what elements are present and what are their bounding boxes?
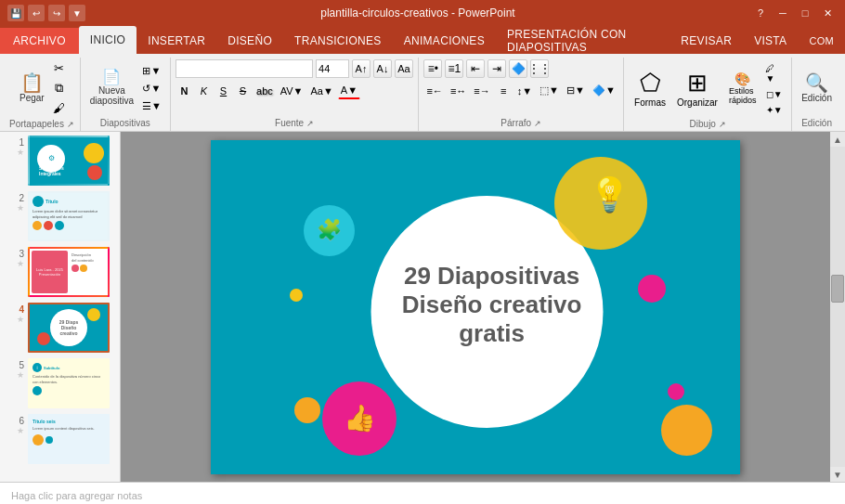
- align-text-button[interactable]: ⊟▼: [564, 82, 588, 99]
- parrafo-items: ≡• ≡1 ⇤ ⇥ 🔷 ⋮⋮ ≡← ≡↔ ≡→ ≡ ↕▼ ⬚▼ ⊟▼ 🔷▼: [423, 59, 618, 116]
- cut-button[interactable]: ✂: [50, 59, 68, 77]
- edicion-button[interactable]: 🔍 Edición: [798, 71, 836, 106]
- font-row-1: A↑ A↓ Aa: [176, 59, 413, 78]
- justify-button[interactable]: ≡: [495, 82, 513, 99]
- slide-thumb-5[interactable]: 5 ★ i Subtítulo Contenido de la diaposit…: [6, 358, 114, 408]
- shape-fill-button[interactable]: 🖊▼: [762, 61, 786, 85]
- char-spacing-button[interactable]: AV▼: [278, 82, 306, 99]
- convert-to-smartart-button[interactable]: 🔷▼: [590, 82, 618, 99]
- slide-thumbnail-4[interactable]: 29 DiapsDiseñocreativo: [28, 303, 110, 353]
- align-left-button[interactable]: ≡←: [423, 82, 445, 99]
- star-icon-4: ★: [17, 315, 24, 324]
- slide-thumb-3[interactable]: 3 ★ Luis Lara - 2025Presentación Descrip…: [6, 247, 114, 297]
- slide-thumb-6[interactable]: 6 ★ Título seis Lorem ipsum content diap…: [6, 414, 114, 464]
- minimize-button[interactable]: ─: [773, 5, 793, 21]
- indent-increase-button[interactable]: ⇥: [488, 59, 506, 78]
- redo-icon[interactable]: ↪: [48, 5, 65, 21]
- underline-button[interactable]: S: [214, 82, 232, 99]
- slide-thumbnail-1[interactable]: ⚙ SolucionesIntegrales: [28, 136, 110, 186]
- scroll-thumb[interactable]: [831, 275, 844, 303]
- slide-thumb-1[interactable]: 1 ★ ⚙ SolucionesIntegrales: [6, 136, 114, 186]
- tab-diseno[interactable]: DISEÑO: [216, 28, 283, 54]
- section-button[interactable]: ☰▼: [139, 98, 164, 114]
- lightbulb-icon: 💡: [589, 175, 630, 214]
- slide-thumbnail-3[interactable]: Luis Lara - 2025Presentación Descripción…: [28, 247, 110, 297]
- numbered-list-button[interactable]: ≡1: [445, 59, 463, 78]
- tab-archivo[interactable]: ARCHIVO: [0, 28, 79, 54]
- slide-canvas[interactable]: 💡 🧩 👍 29 Diapositivas Diseño cr: [211, 140, 740, 474]
- indent-decrease-button[interactable]: ⇤: [466, 59, 485, 78]
- font-name-input[interactable]: [176, 59, 313, 78]
- title-bar: 💾 ↩ ↪ ▼ plantilla-circulos-creativos - P…: [0, 0, 845, 26]
- reset-button[interactable]: ↺▼: [139, 81, 164, 97]
- customize-icon[interactable]: ▼: [69, 5, 85, 21]
- organizar-label: Organizar: [677, 97, 718, 108]
- shape-outline-button[interactable]: ◻▼: [762, 87, 786, 101]
- formas-button[interactable]: ⬠ Formas: [630, 66, 670, 110]
- ribbon-group-fuente: A↑ A↓ Aa N K S S abc AV▼ Aa▼ A▼ Fuente ↗: [171, 58, 419, 131]
- slide-thumb-2[interactable]: 2 ★ Título Lorem ipsum dolor sit amet co…: [6, 191, 114, 241]
- slide-thumbnail-2[interactable]: Título Lorem ipsum dolor sit amet consec…: [28, 191, 110, 241]
- edicion-group-label: Edición: [801, 116, 832, 131]
- slide-thumb-4[interactable]: 4 ★ 29 DiapsDiseñocreativo: [6, 303, 114, 353]
- smartart-button[interactable]: 🔷: [509, 59, 527, 78]
- portapapeles-items: 📋 Pegar ✂ ⧉ 🖌: [15, 59, 68, 117]
- ribbon-tabs: ARCHIVO INICIO INSERTAR DISEÑO TRANSICIO…: [0, 26, 845, 54]
- format-painter-button[interactable]: 🖌: [50, 99, 68, 117]
- save-icon[interactable]: 💾: [7, 5, 24, 21]
- star-icon-1: ★: [17, 148, 24, 157]
- shadow-button[interactable]: abc: [254, 82, 276, 99]
- slide-thumbnail-5[interactable]: i Subtítulo Contenido de la diapositiva …: [28, 358, 110, 408]
- text-case-button[interactable]: Aa▼: [308, 82, 336, 99]
- font-size-up-button[interactable]: A↑: [352, 59, 370, 78]
- shape-effects-button[interactable]: ✦▼: [762, 103, 786, 117]
- paste-button[interactable]: 📋 Pegar: [15, 71, 48, 106]
- organizar-button[interactable]: ⊞ Organizar: [672, 66, 722, 110]
- tab-presentacion[interactable]: PRESENTACIÓN CON DIAPOSITIVAS: [496, 28, 670, 54]
- line-spacing-button[interactable]: ↕▼: [514, 82, 535, 99]
- scroll-track[interactable]: [830, 147, 845, 467]
- font-size-down-button[interactable]: A↓: [373, 59, 392, 78]
- notes-area[interactable]: Haga clic para agregar notas: [0, 482, 845, 504]
- strikethrough-button[interactable]: S: [234, 82, 252, 99]
- columns-button[interactable]: ⋮⋮: [530, 59, 549, 78]
- slide-num-1: 1: [13, 137, 24, 148]
- bold-button[interactable]: N: [176, 82, 193, 99]
- scroll-up-button[interactable]: ▲: [830, 132, 845, 147]
- tab-animaciones[interactable]: ANIMACIONES: [393, 28, 496, 54]
- tab-insertar[interactable]: INSERTAR: [136, 28, 216, 54]
- clear-format-button[interactable]: Aa: [395, 59, 413, 78]
- tab-com[interactable]: COM: [798, 28, 845, 54]
- italic-button[interactable]: K: [195, 82, 213, 99]
- ribbon-group-portapapeles: 📋 Pegar ✂ ⧉ 🖌 Portapapeles ↗: [4, 58, 81, 131]
- undo-icon[interactable]: ↩: [28, 5, 45, 21]
- right-scrollbar: ▲ ▼: [830, 132, 845, 482]
- slide-num-2: 2: [13, 193, 24, 203]
- slide-text-line2: Diseño creativo: [390, 291, 594, 319]
- tab-transiciones[interactable]: TRANSICIONES: [283, 28, 393, 54]
- close-button[interactable]: ✕: [817, 5, 838, 21]
- text-direction-button[interactable]: ⬚▼: [537, 82, 562, 99]
- tab-revisar[interactable]: REVISAR: [670, 28, 743, 54]
- notes-placeholder: Haga clic para agregar notas: [11, 490, 142, 501]
- para-row-1: ≡• ≡1 ⇤ ⇥ 🔷 ⋮⋮: [423, 59, 549, 78]
- slide-panel[interactable]: 1 ★ ⚙ SolucionesIntegrales 2 ★: [0, 132, 121, 482]
- slide-thumbnail-6[interactable]: Título seis Lorem ipsum content diaposit…: [28, 414, 110, 464]
- align-right-button[interactable]: ≡→: [471, 82, 492, 99]
- font-color-button[interactable]: A▼: [338, 82, 360, 99]
- tab-inicio[interactable]: INICIO: [79, 26, 136, 54]
- new-slide-button[interactable]: 📄 Nuevadiapositiva: [86, 67, 137, 109]
- help-button[interactable]: ?: [750, 5, 771, 21]
- tab-vista[interactable]: VISTA: [743, 28, 798, 54]
- fuente-label: Fuente ↗: [275, 116, 314, 131]
- estilos-rapidos-button[interactable]: 🎨 Estilosrápidos: [724, 69, 761, 108]
- scroll-down-button[interactable]: ▼: [830, 467, 845, 482]
- small-dot-left: [290, 289, 303, 302]
- align-center-button[interactable]: ≡↔: [448, 82, 469, 99]
- maximize-button[interactable]: □: [795, 5, 815, 21]
- font-size-input[interactable]: [316, 59, 349, 78]
- copy-button[interactable]: ⧉: [50, 79, 68, 97]
- paste-label: Pegar: [20, 93, 45, 103]
- layout-button[interactable]: ⊞▼: [139, 63, 164, 79]
- bullets-button[interactable]: ≡•: [423, 59, 442, 78]
